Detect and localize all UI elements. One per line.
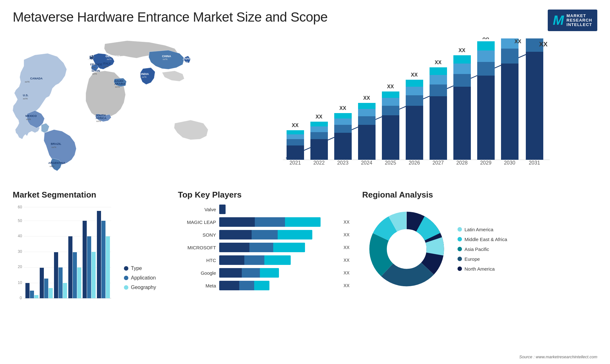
svg-text:2030: 2030 <box>504 160 515 165</box>
svg-text:XX: XX <box>339 105 346 111</box>
svg-text:xx%: xx% <box>183 60 188 63</box>
reg-label-north-america: North America <box>464 266 495 272</box>
svg-rect-74 <box>430 67 447 75</box>
svg-rect-66 <box>406 95 423 106</box>
reg-legend-europe: Europe <box>458 256 507 262</box>
svg-rect-48 <box>334 125 352 133</box>
svg-rect-67 <box>406 87 423 95</box>
svg-rect-128 <box>77 267 81 298</box>
svg-rect-38 <box>287 130 304 134</box>
players-list: Valve MAGIC LEAP XX <box>178 205 349 290</box>
svg-rect-90 <box>501 49 518 64</box>
svg-rect-73 <box>430 75 447 84</box>
page-title: Metaverse Hardware Entrance Market Size … <box>13 10 328 25</box>
player-name-meta: Meta <box>178 283 216 288</box>
svg-rect-60 <box>382 106 399 115</box>
svg-rect-61 <box>382 98 399 106</box>
bottom-section: Market Segmentation 0 10 20 30 40 50 60 <box>0 184 610 352</box>
svg-rect-68 <box>406 80 423 87</box>
svg-rect-65 <box>406 106 423 160</box>
player-name-sony: SONY <box>178 232 216 238</box>
svg-text:xx%: xx% <box>25 80 30 83</box>
player-val-meta: XX <box>343 283 349 288</box>
regional-analysis: Regional Analysis Latin America <box>356 187 604 352</box>
player-bar-microsoft <box>219 243 338 252</box>
logo-line2: RESEARCH <box>566 18 592 23</box>
svg-rect-89 <box>501 64 518 160</box>
svg-rect-44 <box>310 122 328 126</box>
svg-text:xx%: xx% <box>88 58 92 61</box>
svg-rect-118 <box>40 268 44 298</box>
player-bar-sony <box>219 230 338 239</box>
header: Metaverse Hardware Entrance Market Size … <box>0 0 610 34</box>
svg-text:30: 30 <box>18 249 22 254</box>
svg-text:BRAZIL: BRAZIL <box>51 142 61 145</box>
svg-text:MEXICO: MEXICO <box>25 114 37 118</box>
svg-rect-47 <box>334 133 352 160</box>
svg-text:2026: 2026 <box>409 160 420 165</box>
list-item: HTC XX <box>178 255 349 265</box>
svg-text:U.K.: U.K. <box>88 55 93 58</box>
svg-rect-86 <box>477 41 495 51</box>
svg-text:INDIA: INDIA <box>141 72 149 76</box>
svg-rect-35 <box>287 145 304 160</box>
svg-text:xx%: xx% <box>26 118 31 121</box>
svg-text:2028: 2028 <box>456 160 468 165</box>
svg-text:2027: 2027 <box>432 160 444 165</box>
svg-rect-134 <box>97 211 101 298</box>
svg-text:ARABIA: ARABIA <box>114 82 125 85</box>
svg-text:GERMANY: GERMANY <box>105 55 120 58</box>
player-name-htc: HTC <box>178 258 216 263</box>
svg-text:10: 10 <box>18 280 22 285</box>
segmentation-title: Market Segmentation <box>13 190 165 200</box>
svg-rect-79 <box>453 64 471 74</box>
legend-label-application: Application <box>131 275 156 281</box>
reg-dot-north-america <box>458 266 462 271</box>
svg-text:AFRICA: AFRICA <box>96 117 106 120</box>
top-key-players: Top Key Players Valve MAGIC LEAP <box>172 187 356 352</box>
svg-text:2025: 2025 <box>385 160 396 165</box>
legend-application: Application <box>124 275 156 281</box>
list-item: SONY XX <box>178 230 349 239</box>
logo-area: M MARKET RESEARCH INTELLECT <box>548 10 597 31</box>
reg-dot-middle-east-africa <box>458 237 462 241</box>
svg-rect-127 <box>73 252 77 298</box>
svg-text:FRANCE: FRANCE <box>90 63 102 66</box>
svg-rect-49 <box>334 118 352 125</box>
svg-rect-123 <box>58 267 63 298</box>
svg-rect-83 <box>477 76 495 160</box>
svg-rect-119 <box>44 279 48 298</box>
donut-area: Latin America Middle East & Africa Asia … <box>362 205 597 293</box>
reg-legend-asia-pacific: Asia Pacific <box>458 246 507 252</box>
reg-legend-north-america: North America <box>458 266 507 272</box>
legend-dot-type <box>124 266 128 271</box>
svg-text:xx%: xx% <box>104 65 108 68</box>
svg-text:xx%: xx% <box>142 76 146 78</box>
donut-chart <box>362 205 451 293</box>
svg-rect-55 <box>358 109 376 116</box>
player-bar-valve <box>219 205 344 214</box>
svg-text:2022: 2022 <box>313 160 325 165</box>
svg-text:xx%: xx% <box>91 66 96 69</box>
svg-text:XX: XX <box>363 95 370 101</box>
player-val-microsoft: XX <box>343 245 349 250</box>
player-name-google: Google <box>178 270 216 276</box>
svg-rect-37 <box>287 134 304 139</box>
svg-rect-50 <box>334 113 352 118</box>
player-bar-google <box>219 268 338 278</box>
svg-rect-116 <box>34 295 38 298</box>
logo-line3: INTELLECT <box>566 23 592 27</box>
svg-text:XX: XX <box>458 48 465 53</box>
reg-label-europe: Europe <box>464 256 480 262</box>
svg-rect-77 <box>453 87 471 160</box>
player-bar-htc <box>219 255 338 265</box>
svg-rect-124 <box>63 283 67 298</box>
bar-chart: XX 2021 XX 2022 XX 2023 XX 2024 <box>222 34 604 184</box>
player-val-htc: XX <box>343 258 349 263</box>
svg-rect-72 <box>430 84 447 96</box>
svg-text:xx%: xx% <box>107 58 112 61</box>
svg-rect-95 <box>526 52 543 160</box>
player-bar-meta <box>219 281 338 290</box>
svg-text:XX: XX <box>315 114 322 119</box>
svg-text:2022: 2022 <box>42 300 50 300</box>
